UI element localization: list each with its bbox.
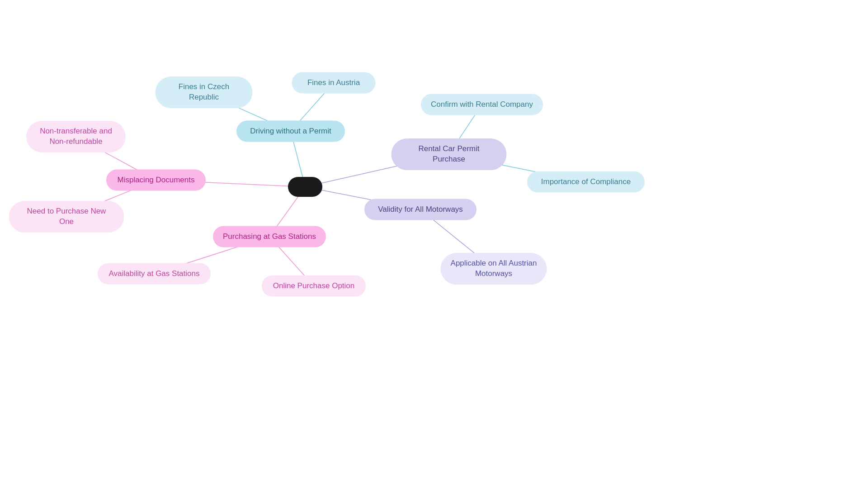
fines-austria-node: Fines in Austria (292, 72, 376, 94)
mindmap-container: Driving without a PermitFines in Austria… (0, 0, 868, 490)
fines-czech-node: Fines in Czech Republic (156, 76, 253, 108)
connections-svg (0, 0, 868, 490)
purchasing-gas-node: Purchasing at Gas Stations (213, 226, 326, 247)
availability-gas-node: Availability at Gas Stations (98, 263, 211, 285)
need-purchase-node: Need to Purchase New One (9, 201, 124, 233)
non-transferable-node: Non-transferable andNon-refundable (26, 121, 126, 152)
confirm-rental-node: Confirm with Rental Company (421, 94, 543, 115)
driving-without-permit-node: Driving without a Permit (236, 121, 345, 142)
center-node (288, 177, 322, 197)
online-purchase-node: Online Purchase Option (262, 276, 366, 297)
rental-car-node: Rental Car Permit Purchase (392, 138, 507, 170)
importance-compliance-node: Importance of Compliance (527, 171, 645, 193)
applicable-motorways-node: Applicable on All AustrianMotorways (441, 253, 547, 285)
validity-motorways-node: Validity for All Motorways (364, 199, 476, 220)
misplacing-documents-node: Misplacing Documents (106, 170, 206, 191)
